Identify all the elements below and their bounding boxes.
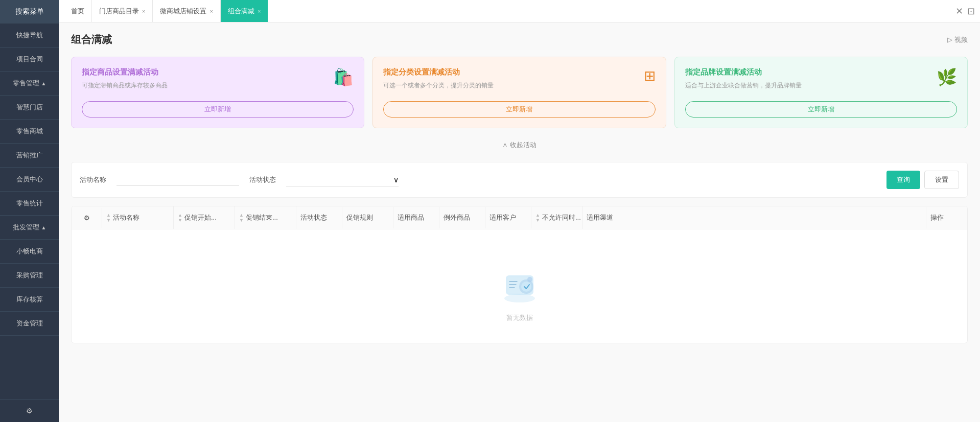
tab-combo-discount[interactable]: 组合满减× (221, 0, 268, 22)
th-promo-end[interactable]: ▲▼ 促销结束... (235, 206, 296, 229)
th-except-goods-label: 例外商品 (444, 213, 470, 222)
sidebar-item-smart-store[interactable]: 智慧门店 (0, 96, 59, 120)
category-card-title: 指定分类设置满减活动 (383, 67, 655, 77)
brand-activity-card: 指定品牌设置满减活动 适合与上游企业联合做营销，提升品牌销量 🌿 立即新增 (674, 57, 968, 128)
goods-add-btn[interactable]: 立即新增 (82, 101, 354, 118)
chevron-down-icon: ∨ (393, 176, 399, 184)
tab-label: 微商城店铺设置 (160, 7, 206, 16)
expand-icon: ▲ (41, 81, 46, 86)
tab-close-icon[interactable]: × (142, 8, 145, 14)
category-card-desc: 可选一个或者多个分类，提升分类的销量 (383, 81, 655, 94)
sidebar-item-project-contract[interactable]: 项目合同 (0, 48, 59, 72)
sidebar-search-label: 搜索菜单 (15, 7, 44, 15)
th-activity-status-label: 活动状态 (300, 213, 327, 222)
th-promo-start[interactable]: ▲▼ 促销开始... (174, 206, 235, 229)
brand-card-desc: 适合与上游企业联合做营销，提升品牌销量 (685, 81, 957, 94)
svg-point-5 (527, 277, 532, 282)
sidebar-item-member-center[interactable]: 会员中心 (0, 168, 59, 192)
goods-card-title: 指定商品设置满减活动 (82, 67, 354, 77)
empty-state: 暂无数据 (72, 229, 967, 343)
settings-col-icon: ⚙ (84, 214, 90, 222)
tab-close-icon[interactable]: × (209, 8, 213, 14)
main-area: 首页门店商品目录×微商城店铺设置×组合满减× ✕ ⊡ 组合满减 ▷ 视频 指定商… (59, 0, 980, 422)
expand-icon: ▲ (41, 225, 46, 230)
brand-card-title: 指定品牌设置满减活动 (685, 67, 957, 77)
close-window-btn[interactable]: ✕ (955, 7, 963, 16)
tab-actions: ✕ ⊡ (955, 7, 975, 16)
sidebar-item-inventory-calc[interactable]: 库存核算 (0, 288, 59, 312)
filter-row: 活动名称 活动状态 ∨ 查询 设置 (71, 162, 968, 198)
tab-store-catalog[interactable]: 门店商品目录× (92, 0, 153, 22)
th-operation: 操作 (926, 207, 967, 228)
category-activity-card: 指定分类设置满减活动 可选一个或者多个分类，提升分类的销量 ⊞ 立即新增 (372, 57, 666, 128)
th-promo-rule-label: 促销规则 (346, 213, 373, 222)
collapse-bar[interactable]: ∧ 收起活动 (71, 136, 968, 154)
query-button[interactable]: 查询 (886, 171, 920, 189)
sidebar-item-purchase-mgmt[interactable]: 采购管理 (0, 264, 59, 288)
page-header: 组合满减 ▷ 视频 (71, 33, 968, 46)
th-operation-label: 操作 (930, 213, 944, 222)
tab-label: 门店商品目录 (99, 7, 139, 16)
activity-cards: 指定商品设置满减活动 可指定滞销商品或库存较多商品 🛍️ 立即新增 指定分类设置… (71, 57, 968, 128)
th-not-allow[interactable]: ▲▼ 不允许同时... (531, 206, 582, 229)
settings-icon: ⚙ (26, 407, 33, 415)
sidebar-search[interactable]: 搜索菜单 (0, 0, 59, 24)
svg-point-0 (504, 294, 535, 302)
sidebar-item-quick-nav[interactable]: 快捷导航 (0, 24, 59, 48)
category-card-icon: ⊞ (644, 67, 656, 84)
sidebar-item-retail-mgmt[interactable]: 零售管理▲ (0, 72, 59, 96)
th-promo-end-label: 促销结束... (246, 213, 278, 222)
th-not-allow-label: 不允许同时... (542, 213, 581, 222)
tab-close-icon[interactable]: × (258, 8, 261, 14)
th-activity-status: 活动状态 (296, 207, 342, 228)
collapse-label: ∧ 收起活动 (502, 141, 536, 149)
set-button[interactable]: 设置 (924, 171, 959, 189)
th-applicable-goods: 适用商品 (393, 207, 439, 228)
th-applicable-customer: 适用客户 (485, 207, 531, 228)
th-promo-rule: 促销规则 (342, 207, 393, 228)
filter-status-label: 活动状态 (249, 175, 276, 184)
goods-activity-card: 指定商品设置满减活动 可指定滞销商品或库存较多商品 🛍️ 立即新增 (71, 57, 364, 128)
th-applicable-channel: 适用渠道 (582, 207, 926, 228)
tab-label: 首页 (71, 7, 84, 16)
page-title: 组合满减 (71, 33, 112, 46)
tab-home[interactable]: 首页 (64, 0, 92, 22)
th-except-goods: 例外商品 (439, 207, 485, 228)
filter-actions: 查询 设置 (886, 171, 959, 189)
filter-name-label: 活动名称 (80, 175, 106, 184)
restore-window-btn[interactable]: ⊡ (967, 7, 975, 16)
sidebar-item-marketing[interactable]: 营销推广 (0, 144, 59, 168)
goods-card-desc: 可指定滞销商品或库存较多商品 (82, 81, 354, 94)
th-promo-start-label: 促销开始... (184, 213, 217, 222)
sidebar-item-finance-mgmt[interactable]: 资金管理 (0, 312, 59, 336)
empty-illustration (497, 260, 543, 306)
filter-status-select[interactable]: ∨ (286, 174, 399, 186)
sidebar-settings[interactable]: ⚙ (0, 399, 59, 422)
sidebar: 搜索菜单 快捷导航项目合同零售管理▲智慧门店零售商城营销推广会员中心零售统计批发… (0, 0, 59, 422)
sidebar-item-retail-stats[interactable]: 零售统计 (0, 192, 59, 216)
video-label: 视频 (954, 35, 968, 44)
sidebar-item-xiaochang-ec[interactable]: 小畅电商 (0, 240, 59, 264)
svg-point-4 (521, 282, 531, 292)
empty-text: 暂无数据 (506, 313, 533, 322)
th-activity-name-label: 活动名称 (113, 213, 139, 222)
tab-wechat-shop-settings[interactable]: 微商城店铺设置× (153, 0, 220, 22)
th-applicable-goods-label: 适用商品 (398, 213, 424, 222)
th-applicable-customer-label: 适用客户 (489, 213, 516, 222)
activity-table: ⚙ ▲▼ 活动名称 ▲▼ 促销开始... ▲▼ 促销结束... 活动状态 (71, 206, 968, 343)
brand-card-icon: 🌿 (937, 67, 957, 87)
brand-add-btn[interactable]: 立即新增 (685, 101, 957, 118)
content-area: 组合满减 ▷ 视频 指定商品设置满减活动 可指定滞销商品或库存较多商品 🛍️ 立… (59, 22, 980, 422)
category-add-btn[interactable]: 立即新增 (383, 101, 655, 118)
tab-bar: 首页门店商品目录×微商城店铺设置×组合满减× ✕ ⊡ (59, 0, 980, 22)
video-play-icon: ▷ (947, 36, 952, 43)
video-link[interactable]: ▷ 视频 (947, 35, 968, 44)
sidebar-item-retail-mall[interactable]: 零售商城 (0, 120, 59, 144)
table-header: ⚙ ▲▼ 活动名称 ▲▼ 促销开始... ▲▼ 促销结束... 活动状态 (72, 206, 967, 229)
tab-label: 组合满减 (228, 7, 254, 16)
goods-card-icon: 🛍️ (333, 67, 354, 87)
sidebar-item-wholesale-mgmt[interactable]: 批发管理▲ (0, 216, 59, 240)
filter-name-input[interactable] (116, 174, 239, 186)
th-settings[interactable]: ⚙ (72, 208, 102, 228)
th-activity-name[interactable]: ▲▼ 活动名称 (102, 206, 174, 229)
